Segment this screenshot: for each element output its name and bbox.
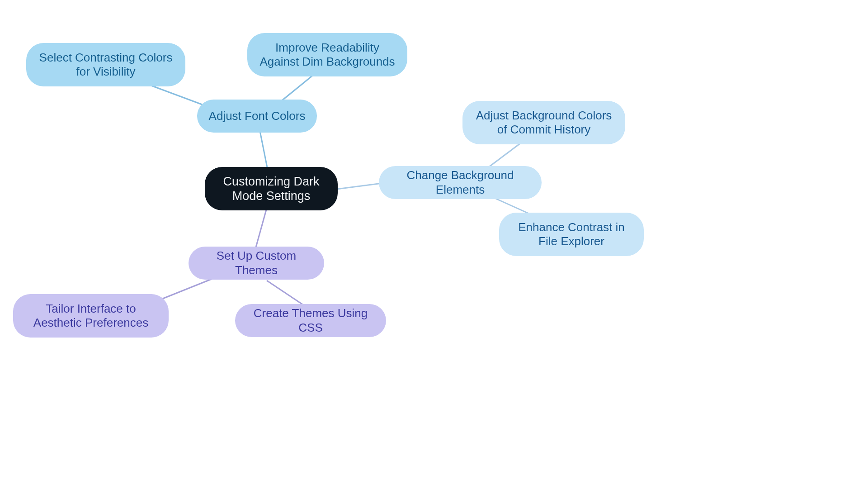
branch-label: Change Background Elements [388, 168, 533, 196]
center-label: Customizing Dark Mode Settings [214, 174, 329, 204]
leaf-contrast-colors: Select Contrasting Colors for Visibility [26, 43, 185, 86]
leaf-label: Improve Readability Against Dim Backgrou… [256, 41, 398, 69]
edge [337, 183, 382, 189]
leaf-label: Tailor Interface to Aesthetic Preference… [22, 302, 160, 330]
branch-font-colors: Adjust Font Colors [197, 100, 317, 133]
leaf-label: Create Themes Using CSS [244, 306, 377, 334]
branch-background: Change Background Elements [379, 166, 542, 199]
leaf-label: Enhance Contrast in File Explorer [508, 220, 635, 248]
branch-label: Set Up Custom Themes [198, 249, 315, 277]
leaf-css: Create Themes Using CSS [235, 304, 386, 337]
branch-label: Adjust Font Colors [209, 109, 306, 123]
leaf-readability: Improve Readability Against Dim Backgrou… [247, 33, 407, 76]
mindmap-canvas: Customizing Dark Mode Settings Adjust Fo… [0, 0, 868, 490]
leaf-file-explorer: Enhance Contrast in File Explorer [499, 213, 644, 256]
leaf-label: Adjust Background Colors of Commit Histo… [472, 109, 616, 137]
edge [488, 140, 524, 167]
edge [280, 72, 316, 102]
branch-themes: Set Up Custom Themes [189, 247, 324, 280]
center-node: Customizing Dark Mode Settings [205, 167, 338, 210]
leaf-label: Select Contrasting Colors for Visibility [35, 51, 176, 79]
edge [267, 281, 307, 308]
leaf-commit-history: Adjust Background Colors of Commit Histo… [462, 101, 625, 144]
edge [255, 208, 267, 249]
leaf-aesthetic: Tailor Interface to Aesthetic Preference… [13, 294, 169, 338]
